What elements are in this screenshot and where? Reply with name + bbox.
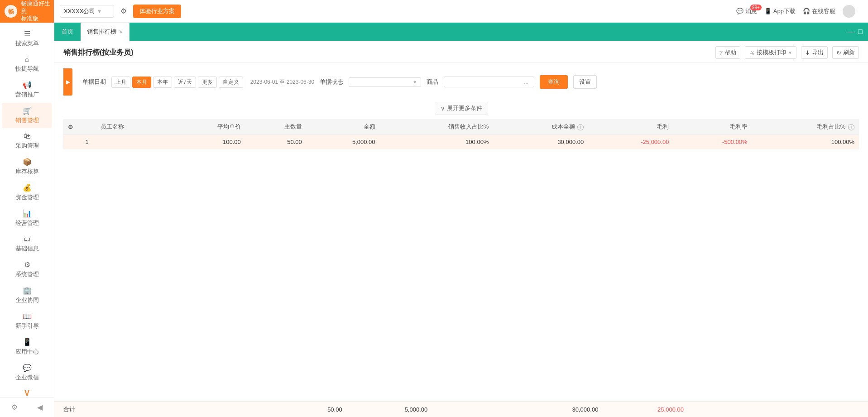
col-rank xyxy=(78,119,96,135)
settings-button[interactable]: 设置 xyxy=(573,75,597,89)
cell-avg-price: 100.00 xyxy=(171,135,245,149)
message-item[interactable]: 💬 消息 99+ xyxy=(736,7,757,15)
col-amount: 全额 xyxy=(307,119,380,135)
sidebar-item-operations[interactable]: 📊 经营管理 xyxy=(2,206,52,231)
sidebar-item-guide[interactable]: 📖 新手引导 xyxy=(2,308,52,334)
profit-pct-info-icon[interactable]: i xyxy=(848,124,854,130)
tab-home[interactable]: 首页 xyxy=(54,23,81,41)
tab-maximize-icon[interactable]: □ xyxy=(858,28,863,36)
online-support-label: 在线客服 xyxy=(812,7,835,15)
finance-icon: 💰 xyxy=(23,183,32,192)
export-button[interactable]: ⬇ 导出 xyxy=(801,46,828,59)
cell-profit: -25,000.00 xyxy=(588,135,673,149)
refresh-button[interactable]: ↻ 刷新 xyxy=(832,46,859,59)
cell-sales-pct: 100.00% xyxy=(380,135,494,149)
tab-sales-ranking[interactable]: 销售排行榜 × xyxy=(81,23,129,41)
enterprise-icon: 🏢 xyxy=(23,286,32,295)
tab-label: 销售排行榜 xyxy=(87,28,116,36)
trial-button[interactable]: 体验行业方案 xyxy=(133,5,181,18)
footer-cell-empty4 xyxy=(688,406,774,413)
cell-settings xyxy=(63,135,78,149)
sidebar-item-label: 系统管理 xyxy=(15,270,39,278)
sidebar-item-system[interactable]: ⚙ 系统管理 xyxy=(2,257,52,282)
filter-row-1: ▶ 单据日期 上月 本月 本年 近7天 更多 自定义 2023-06-01 至 … xyxy=(63,68,859,96)
col-cost: 成本全额 i xyxy=(493,119,588,135)
sidebar-item-inventory[interactable]: 📦 库存核算 xyxy=(2,154,52,179)
sidebar-item-member[interactable]: V 畅会员 xyxy=(2,386,52,397)
sidebar-item-label: 应用中心 xyxy=(15,348,39,356)
svg-text:畅: 畅 xyxy=(8,8,14,15)
page-actions: ? 帮助 🖨 按模板打印 ▼ ⬇ 导出 ↻ 刷新 xyxy=(715,46,859,59)
footer-cell-empty1 xyxy=(91,406,176,413)
col-profit: 毛利 xyxy=(588,119,673,135)
cell-cost: 30,000.00 xyxy=(493,135,588,149)
page-header: 销售排行榜(按业务员) ? 帮助 🖨 按模板打印 ▼ ⬇ 导出 ↻ 刷新 xyxy=(54,41,868,63)
status-chevron-icon: ▼ xyxy=(412,80,417,85)
this-year-btn[interactable]: 本年 xyxy=(153,77,172,88)
help-button[interactable]: ? 帮助 xyxy=(715,46,740,59)
filter-toggle-arrow[interactable]: ▶ xyxy=(63,68,72,96)
goods-label: 商品 xyxy=(427,78,438,86)
inventory-icon: 📦 xyxy=(23,158,32,166)
company-name: XXXXX公司 xyxy=(64,7,95,15)
search-order-icon: ☰ xyxy=(24,29,30,38)
chevron-down-icon: ▼ xyxy=(97,9,102,14)
cell-main-qty: 50.00 xyxy=(245,135,307,149)
col-sales-pct: 销售收入占比% xyxy=(380,119,494,135)
sidebar-item-sales[interactable]: 🛒 销售管理 xyxy=(2,103,52,128)
prev-month-btn[interactable]: 上月 xyxy=(111,77,130,88)
refresh-icon: ↻ xyxy=(836,49,841,56)
page-content: 销售排行榜(按业务员) ? 帮助 🖨 按模板打印 ▼ ⬇ 导出 ↻ 刷新 xyxy=(54,41,868,417)
app-download-icon: 📱 xyxy=(764,8,772,14)
top-bar: XXXXX公司 ▼ ⚙ 体验行业方案 💬 消息 99+ 📱 App下载 🎧 在线… xyxy=(54,0,868,23)
app-download-item[interactable]: 📱 App下载 xyxy=(764,7,796,15)
sidebar-item-enterprise[interactable]: 🏢 企业协同 xyxy=(2,283,52,308)
message-badge: 99+ xyxy=(750,5,762,10)
sidebar-item-wechat[interactable]: 💬 企业微信 xyxy=(2,360,52,385)
custom-btn[interactable]: 自定义 xyxy=(219,77,243,88)
export-icon: ⬇ xyxy=(805,49,810,56)
sidebar-item-purchase[interactable]: 🛍 采购管理 xyxy=(2,129,52,153)
collapse-sidebar-icon[interactable]: ◀ xyxy=(35,401,44,413)
logo-text: 畅康通好生意 标准版 xyxy=(21,0,50,23)
tab-close-icon[interactable]: × xyxy=(119,29,123,35)
filter-area: ▶ 单据日期 上月 本月 本年 近7天 更多 自定义 2023-06-01 至 … xyxy=(54,63,868,119)
sidebar-item-quick-nav[interactable]: ⌂ 快捷导航 xyxy=(2,52,52,77)
cost-info-icon[interactable]: i xyxy=(577,124,584,130)
sidebar-item-app-center[interactable]: 📱 应用中心 xyxy=(2,334,52,359)
sidebar-item-search-order[interactable]: ☰ 搜索菜单 xyxy=(2,26,52,51)
sidebar-item-label: 资金管理 xyxy=(15,193,39,201)
query-button[interactable]: 查询 xyxy=(540,75,568,89)
settings-bottom-icon[interactable]: ⚙ xyxy=(10,401,19,413)
sidebar-item-marketing[interactable]: 📢 营销推广 xyxy=(2,77,52,102)
company-settings-icon[interactable]: ⚙ xyxy=(118,4,129,18)
goods-input[interactable]: ... xyxy=(444,77,534,87)
footer-cell-amount: 5,000.00 xyxy=(347,406,432,413)
operations-icon: 📊 xyxy=(23,209,32,218)
table-header-row: ⚙ 员工名称 平均单价 主数量 全额 销售收入占比% 成本全额 i 毛利 毛利率 xyxy=(63,119,859,135)
more-btn[interactable]: 更多 xyxy=(198,77,217,88)
sidebar-item-label: 库存核算 xyxy=(15,168,39,176)
sidebar-nav: ☰ 搜索菜单 ⌂ 快捷导航 📢 营销推广 🛒 销售管理 🛍 采购管理 📦 库存核… xyxy=(0,23,54,397)
col-profit-pct: 毛利占比% i xyxy=(752,119,859,135)
last-7days-btn[interactable]: 近7天 xyxy=(174,77,196,88)
print-button[interactable]: 🖨 按模板打印 ▼ xyxy=(745,46,796,59)
online-support-item[interactable]: 🎧 在线客服 xyxy=(803,7,835,15)
sidebar-item-label: 基础信息 xyxy=(15,244,39,253)
footer-cell-profit: -25,000.00 xyxy=(603,406,688,413)
tab-minimize-icon[interactable]: — xyxy=(847,28,854,36)
col-settings[interactable]: ⚙ xyxy=(63,119,78,135)
avatar[interactable] xyxy=(843,5,855,18)
this-month-btn[interactable]: 本月 xyxy=(132,77,151,88)
status-select[interactable]: ▼ xyxy=(349,77,421,87)
footer-cell-empty5 xyxy=(774,406,859,413)
footer-cell-main-qty: 50.00 xyxy=(261,406,347,413)
goods-more-icon: ... xyxy=(524,79,528,85)
footer-cell-cost: 30,000.00 xyxy=(518,406,603,413)
marketing-icon: 📢 xyxy=(23,81,32,89)
company-select[interactable]: XXXXX公司 ▼ xyxy=(60,5,114,18)
sidebar-item-basic-info[interactable]: 🗂 基础信息 xyxy=(2,231,52,256)
sidebar-item-finance[interactable]: 💰 资金管理 xyxy=(2,180,52,205)
top-bar-right: 💬 消息 99+ 📱 App下载 🎧 在线客服 xyxy=(736,5,863,18)
expand-conditions-button[interactable]: ∨ 展开更多条件 xyxy=(435,102,488,115)
